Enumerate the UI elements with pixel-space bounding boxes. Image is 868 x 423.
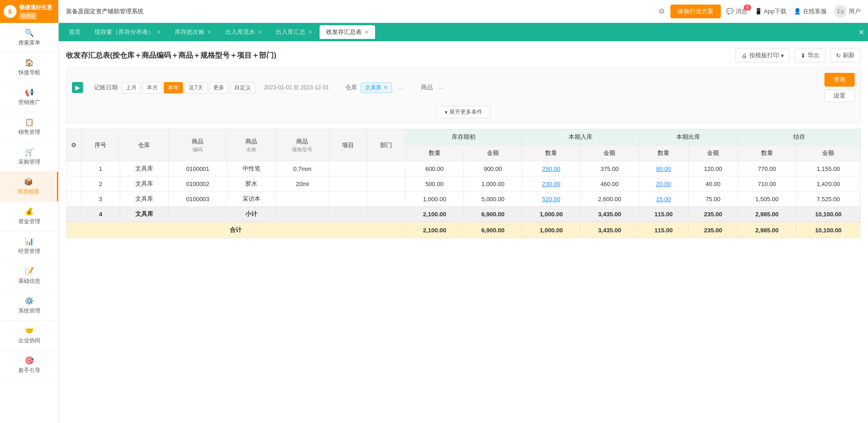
sidebar-item-inventory[interactable]: 📦 库存核算 bbox=[0, 172, 58, 202]
filter-toggle-button[interactable]: ▶ bbox=[72, 82, 83, 93]
custom-date-btn[interactable]: 自定义 bbox=[230, 82, 255, 93]
tab-home-label: 首页 bbox=[69, 28, 81, 36]
last-7-days-btn[interactable]: 近7天 bbox=[185, 82, 207, 93]
row-in-qty[interactable]: 1,000.00 bbox=[522, 207, 581, 222]
tab-home[interactable]: 首页 bbox=[62, 25, 87, 39]
message-action[interactable]: 💬 消息 6 bbox=[726, 7, 747, 16]
tab-receive-summary[interactable]: 收发存汇总表 ✕ bbox=[320, 25, 375, 39]
footer-opening-qty: 2,100.00 bbox=[405, 222, 464, 238]
warehouse-more-icon[interactable]: ··· bbox=[396, 84, 404, 91]
this-month-btn[interactable]: 本月 bbox=[143, 82, 162, 93]
row-department bbox=[367, 176, 406, 192]
row-out-qty[interactable]: 80.00 bbox=[639, 161, 688, 176]
tab-in-out-summary[interactable]: 出入库汇总 ✕ bbox=[269, 25, 319, 39]
topbar: 装备及固定资产辅助管理系统 ⚙ 体验行业方案 💬 消息 6 📱 App下载 👤 … bbox=[59, 0, 868, 23]
sidebar-item-finance[interactable]: 💰 资金管理 bbox=[0, 202, 58, 231]
col-out-qty: 数量 bbox=[639, 145, 688, 161]
avatar: Ea bbox=[834, 5, 847, 18]
sidebar-nav: 🔍 搜索菜单 🏠 快捷导航 📢 营销推广 📋 销售管理 🛒 采购管理 📦 库存核… bbox=[0, 23, 58, 423]
sidebar-item-search[interactable]: 🔍 搜索菜单 bbox=[0, 23, 58, 53]
search-icon: 🔍 bbox=[25, 28, 34, 37]
sidebar-item-label: 快捷导航 bbox=[18, 69, 40, 77]
row-warehouse: 文具库 bbox=[120, 192, 169, 207]
row-balance-qty: 710.00 bbox=[738, 176, 796, 192]
row-in-amt: 2,600.00 bbox=[581, 192, 639, 207]
row-opening-amt: 900.00 bbox=[464, 161, 522, 176]
sidebar-item-sales[interactable]: 📋 销售管理 bbox=[0, 112, 58, 142]
sidebar-item-basic-info[interactable]: 📝 基础信息 bbox=[0, 261, 58, 291]
try-btn[interactable]: 体验行业方案 bbox=[670, 5, 721, 18]
row-out-amt: 75.00 bbox=[688, 192, 738, 207]
sidebar-item-enterprise[interactable]: 🤝 企业协同 bbox=[0, 321, 58, 351]
tab-label: 出入库汇总 bbox=[276, 28, 305, 36]
col-goods-code: 商品编码 bbox=[169, 129, 227, 161]
app-download-action[interactable]: 📱 App下载 bbox=[755, 7, 786, 16]
row-goods-spec: 0.7mm bbox=[276, 161, 329, 176]
row-in-qty[interactable]: 250.00 bbox=[522, 161, 581, 176]
goods-more-icon[interactable]: ··· bbox=[437, 84, 445, 91]
user-action[interactable]: Ea 用户 bbox=[834, 5, 861, 18]
col-warehouse: 仓库 bbox=[120, 129, 169, 161]
export-button[interactable]: ⬇ 导出 bbox=[795, 49, 825, 62]
sidebar-item-purchase[interactable]: 🛒 采购管理 bbox=[0, 142, 58, 172]
sidebar-logo: 6 畅捷通好生意 标准版 bbox=[0, 0, 58, 23]
settings-icon[interactable]: ⚙ bbox=[658, 7, 665, 16]
logo-icon: 6 bbox=[4, 5, 17, 18]
tab-close-icon[interactable]: ✕ bbox=[308, 29, 312, 35]
row-settings bbox=[66, 207, 82, 222]
remove-warehouse-tag[interactable]: ✕ bbox=[383, 84, 388, 91]
row-in-amt: 375.00 bbox=[581, 161, 639, 176]
more-dates-btn[interactable]: 更多 bbox=[209, 82, 228, 93]
row-out-amt: 40.00 bbox=[688, 176, 738, 192]
col-balance-amt: 金额 bbox=[796, 145, 860, 161]
row-out-qty[interactable]: 15.00 bbox=[639, 192, 688, 207]
row-in-amt: 460.00 bbox=[581, 176, 639, 192]
tab-close-icon[interactable]: ✕ bbox=[157, 29, 161, 35]
tab-close-icon[interactable]: ✕ bbox=[207, 29, 211, 35]
tab-close-icon[interactable]: ✕ bbox=[365, 29, 369, 35]
col-goods-name: 商品名称 bbox=[227, 129, 276, 161]
online-service-action[interactable]: 👤 在线客服 bbox=[794, 7, 827, 16]
sidebar-item-label: 新手引导 bbox=[18, 367, 40, 374]
tab-in-out-flow[interactable]: 出入库流水 ✕ bbox=[219, 25, 268, 39]
row-out-qty[interactable]: 115.00 bbox=[639, 207, 688, 222]
guide-icon: 🎯 bbox=[25, 356, 34, 365]
row-opening-amt: 6,900.00 bbox=[464, 207, 522, 222]
footer-out-amt: 235.00 bbox=[688, 222, 738, 238]
row-project bbox=[329, 207, 367, 222]
sidebar-item-system[interactable]: ⚙️ 系统管理 bbox=[0, 291, 58, 321]
tab-batch-account[interactable]: 库存批次账 ✕ bbox=[168, 25, 218, 39]
row-goods-name: 小计 bbox=[227, 207, 276, 222]
sidebar-item-quick-nav[interactable]: 🏠 快捷导航 bbox=[0, 53, 58, 82]
sidebar-item-operations[interactable]: 📊 经营管理 bbox=[0, 231, 58, 261]
col-opening-header: 库存期初 bbox=[405, 129, 522, 145]
refresh-button[interactable]: ↻ 刷新 bbox=[830, 49, 861, 62]
tab-close-icon[interactable]: ✕ bbox=[258, 29, 262, 35]
print-button[interactable]: 🖨 按模板打印 ▾ bbox=[735, 49, 790, 62]
sidebar-item-guide[interactable]: 🎯 新手引导 bbox=[0, 351, 58, 380]
app-icon: 📱 bbox=[755, 8, 762, 15]
tab-inventory-dist[interactable]: 现存量（库存分布表） ✕ bbox=[88, 25, 167, 39]
col-settings[interactable]: ⚙ bbox=[66, 129, 82, 161]
row-opening-qty: 600.00 bbox=[405, 161, 464, 176]
col-out-period-header: 本期出库 bbox=[639, 129, 738, 145]
col-opening-amt: 金额 bbox=[464, 145, 522, 161]
footer-total-row: 合计 2,100.00 6,900.00 1,000.00 3,435.00 1… bbox=[66, 222, 861, 238]
row-out-qty[interactable]: 20.00 bbox=[639, 176, 688, 192]
filter-settings-button[interactable]: 设置 bbox=[824, 89, 855, 102]
sidebar-item-label: 采购管理 bbox=[18, 158, 40, 166]
expand-more-btn[interactable]: ▾ 展开更多条件 bbox=[437, 106, 490, 118]
last-month-btn[interactable]: 上月 bbox=[122, 82, 141, 93]
row-goods-code: 0100003 bbox=[169, 192, 227, 207]
sidebar-item-marketing[interactable]: 📢 营销推广 bbox=[0, 82, 58, 112]
tab-label: 库存批次账 bbox=[175, 28, 205, 36]
row-balance-amt: 1,155.00 bbox=[796, 161, 860, 176]
close-all-tabs-icon[interactable]: ✕ bbox=[858, 28, 864, 37]
query-button[interactable]: 查询 bbox=[824, 73, 855, 87]
row-in-qty[interactable]: 230.00 bbox=[522, 176, 581, 192]
this-year-btn[interactable]: 本年 bbox=[164, 82, 183, 93]
row-balance-amt: 7,525.00 bbox=[796, 192, 860, 207]
table-container: ⚙ 序号 仓库 商品编码 商品名称 商品规格型号 项目 部门 库存期初 本期入库… bbox=[66, 129, 861, 238]
sidebar-item-label: 企业协同 bbox=[18, 337, 40, 345]
row-in-qty[interactable]: 520.00 bbox=[522, 192, 581, 207]
